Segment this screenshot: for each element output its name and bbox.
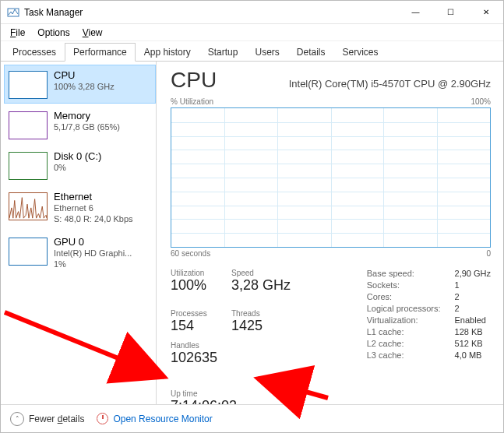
base-speed-label: Base speed: [367,269,441,278]
threads-value: 1425 [231,318,275,334]
open-resource-monitor-link[interactable]: Open Resource Monitor [97,413,212,424]
uptime-label: Up time [171,389,334,398]
virtualization-value: Enabled [455,315,491,325]
l1-cache-value: 128 KB [455,327,491,336]
resource-monitor-icon [97,413,108,424]
l3-cache-label: L3 cache: [367,350,441,360]
utilization-value: 100% [171,277,214,294]
processes-value: 154 [171,318,214,334]
sidebar-ethernet-rate: S: 48,0 R: 24,0 Kbps [54,213,133,224]
speed-label: Speed [231,269,291,277]
performance-sidebar: CPU 100% 3,28 GHz Memory 5,1/7,8 GB (65%… [1,62,157,404]
utilization-label: Utilization [171,269,214,277]
chart-axis-top-left: % Utilization [171,97,213,106]
sidebar-ethernet-adapter: Ethernet 6 [54,202,133,213]
menu-bar: File Options View [1,24,503,41]
sidebar-ethernet-name: Ethernet [54,191,133,202]
disk-thumbnail [9,152,48,180]
sidebar-item-ethernet[interactable]: Ethernet Ethernet 6 S: 48,0 R: 24,0 Kbps [4,186,156,230]
panel-title: CPU [171,68,217,93]
sidebar-disk-name: Disk 0 (C:) [54,150,101,162]
tab-users[interactable]: Users [246,43,287,62]
sidebar-cpu-name: CPU [54,69,115,81]
sidebar-gpu-model: Intel(R) HD Graphi... [54,248,132,259]
cpu-thumbnail [9,71,48,99]
l1-cache-label: L1 cache: [367,327,441,336]
processes-label: Processes [171,309,214,318]
tab-details[interactable]: Details [288,43,334,62]
cores-value: 2 [455,292,491,301]
gpu-thumbnail [9,238,48,266]
sidebar-item-memory[interactable]: Memory 5,1/7,8 GB (65%) [4,105,156,144]
sidebar-item-disk[interactable]: Disk 0 (C:) 0% [4,146,156,185]
task-manager-icon [7,6,19,19]
minimize-button[interactable]: — [398,1,433,23]
sidebar-memory-name: Memory [54,110,120,121]
sidebar-item-cpu[interactable]: CPU 100% 3,28 GHz [4,65,156,104]
threads-label: Threads [231,309,275,318]
tab-performance[interactable]: Performance [65,43,136,62]
menu-file[interactable]: File [4,26,31,40]
sidebar-cpu-value: 100% 3,28 GHz [54,81,115,92]
speed-value: 3,28 GHz [231,277,291,294]
open-resource-monitor-label: Open Resource Monitor [113,414,212,424]
l2-cache-label: L2 cache: [367,339,441,348]
tab-services[interactable]: Services [334,43,387,62]
cpu-model: Intel(R) Core(TM) i5-4570T CPU @ 2.90GHz [289,78,491,90]
sidebar-disk-value: 0% [54,162,101,173]
chevron-up-icon: ˄ [10,412,24,426]
tab-app-history[interactable]: App history [136,43,199,62]
cpu-utilization-chart [171,107,491,248]
sockets-label: Sockets: [367,280,441,290]
cpu-panel: CPU Intel(R) Core(TM) i5-4570T CPU @ 2.9… [157,62,503,404]
sockets-value: 1 [455,280,491,290]
uptime-value: 7:14:06:03 [171,398,334,404]
chart-axis-top-right: 100% [471,97,491,106]
l2-cache-value: 512 KB [455,339,491,348]
fewer-details-button[interactable]: ˄ Fewer details [10,412,84,426]
chart-axis-bottom-left: 60 seconds [171,249,210,258]
handles-value: 102635 [171,350,217,366]
tab-strip: Processes Performance App history Startu… [1,41,503,62]
sidebar-gpu-name: GPU 0 [54,236,132,248]
maximize-button[interactable]: ☐ [433,1,468,23]
sidebar-memory-value: 5,1/7,8 GB (65%) [54,121,120,132]
logical-processors-label: Logical processors: [367,304,441,313]
ethernet-thumbnail [9,192,48,220]
virtualization-label: Virtualization: [367,315,441,325]
tab-startup[interactable]: Startup [199,43,247,62]
menu-options[interactable]: Options [31,26,76,40]
base-speed-value: 2,90 GHz [455,269,491,278]
logical-processors-value: 2 [455,304,491,313]
close-button[interactable]: ✕ [468,1,503,23]
window-title: Task Manager [24,7,398,18]
tab-processes[interactable]: Processes [4,43,65,62]
sidebar-item-gpu[interactable]: GPU 0 Intel(R) HD Graphi... 1% [4,231,156,275]
handles-label: Handles [171,341,217,350]
l3-cache-value: 4,0 MB [455,350,491,360]
chart-axis-bottom-right: 0 [486,249,491,258]
cores-label: Cores: [367,292,441,301]
sidebar-gpu-value: 1% [54,259,132,269]
fewer-details-label: Fewer details [29,414,84,424]
memory-thumbnail [9,111,48,139]
cpu-details-grid: Base speed: 2,90 GHz Sockets: 1 Cores: 2… [367,269,491,404]
menu-view[interactable]: View [76,26,109,40]
